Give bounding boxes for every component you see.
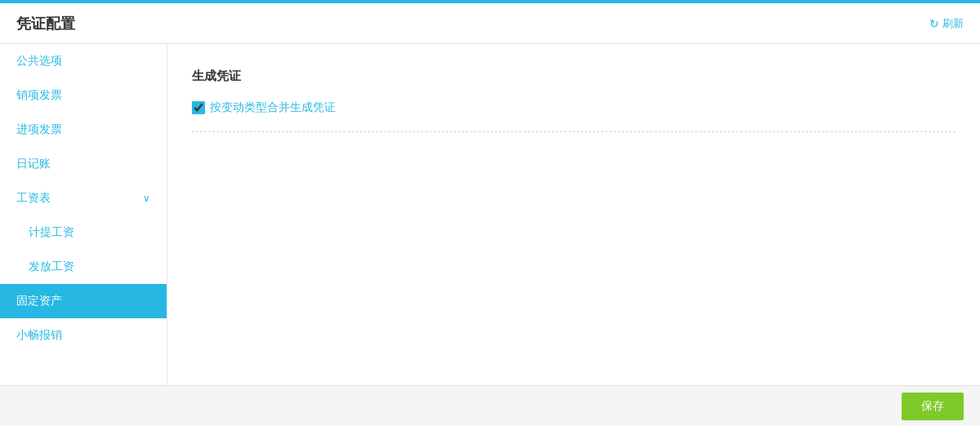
content-area: 生成凭证 按变动类型合并生成凭证 (167, 44, 980, 385)
header: 凭证配置 ↻ 刷新 (0, 3, 980, 44)
merge-voucher-label: 按变动类型合并生成凭证 (210, 100, 336, 115)
sidebar-item-label: 固定资产 (16, 294, 62, 308)
sidebar-item-label: 销项发票 (16, 88, 62, 103)
app-container: 凭证配置 ↻ 刷新 公共选项 销项发票 进项发票 日记账 工资表 ∨ (0, 0, 980, 426)
sidebar-item-label: 工资表 (16, 191, 51, 206)
refresh-icon: ↻ (929, 17, 939, 30)
sidebar-item-payroll[interactable]: 工资表 ∨ (0, 181, 167, 215)
sidebar-item-label: 发放工资 (29, 260, 74, 274)
merge-voucher-checkbox[interactable] (192, 101, 205, 114)
sidebar-item-label: 进项发票 (16, 122, 62, 137)
main-content: 公共选项 销项发票 进项发票 日记账 工资表 ∨ 计提工资 发放工资 固定资 (0, 44, 980, 385)
section-title: 生成凭证 (192, 69, 956, 84)
sidebar-item-purchase-invoice[interactable]: 进项发票 (0, 113, 167, 147)
sidebar-item-public[interactable]: 公共选项 (0, 44, 167, 78)
sidebar-item-sales-invoice[interactable]: 销项发票 (0, 78, 167, 113)
sidebar-item-label: 公共选项 (16, 54, 62, 69)
sidebar-item-calc-salary[interactable]: 计提工资 (0, 215, 167, 250)
save-button[interactable]: 保存 (902, 393, 964, 420)
footer: 保存 (0, 385, 980, 426)
sidebar-item-label: 小畅报销 (16, 328, 62, 343)
sidebar-item-journal[interactable]: 日记账 (0, 147, 167, 181)
page-title: 凭证配置 (16, 14, 75, 33)
checkbox-row: 按变动类型合并生成凭证 (192, 100, 956, 115)
sidebar-item-expense[interactable]: 小畅报销 (0, 318, 167, 353)
sidebar-item-label: 日记账 (16, 157, 51, 171)
section-divider (192, 131, 956, 132)
refresh-label: 刷新 (942, 16, 964, 31)
chevron-down-icon: ∨ (143, 193, 150, 204)
sidebar-item-fixed-assets[interactable]: 固定资产 (0, 284, 167, 318)
refresh-button[interactable]: ↻ 刷新 (929, 16, 964, 31)
merge-voucher-checkbox-label[interactable]: 按变动类型合并生成凭证 (192, 100, 336, 115)
sidebar: 公共选项 销项发票 进项发票 日记账 工资表 ∨ 计提工资 发放工资 固定资 (0, 44, 167, 385)
sidebar-item-pay-salary[interactable]: 发放工资 (0, 250, 167, 284)
sidebar-item-label: 计提工资 (29, 225, 74, 240)
